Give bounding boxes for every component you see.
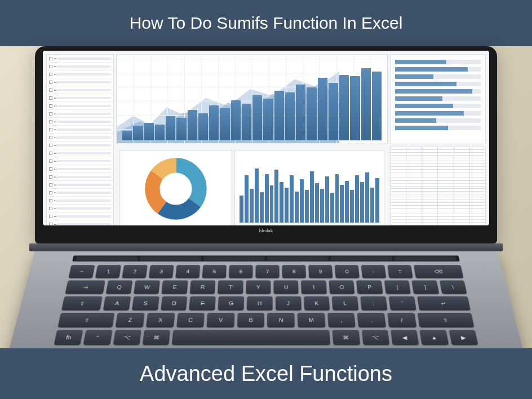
table-cell — [422, 217, 437, 219]
key[interactable]: Z — [116, 313, 145, 327]
key[interactable]: ⌥ — [113, 330, 141, 345]
key[interactable]: 9 — [308, 265, 333, 278]
table-cell — [391, 150, 406, 152]
table-cell — [454, 150, 469, 152]
table-cell — [454, 167, 469, 169]
key[interactable]: S — [132, 296, 159, 311]
table-cell — [406, 175, 422, 178]
key[interactable]: = — [387, 265, 413, 278]
key[interactable]: L — [332, 296, 358, 311]
table-cell — [454, 214, 469, 216]
hbar-row — [395, 66, 481, 72]
key[interactable]: Q — [105, 280, 132, 294]
key[interactable]: D — [161, 296, 188, 311]
list-item: ▪▪ — [47, 165, 113, 173]
bar — [176, 118, 186, 140]
key[interactable]: 4 — [175, 265, 200, 278]
key[interactable]: P — [356, 280, 383, 294]
table-cell — [406, 217, 422, 219]
table-cell — [406, 181, 422, 183]
mini-bar — [280, 182, 283, 223]
key[interactable]: B — [237, 313, 265, 327]
key[interactable]: ↵ — [417, 296, 471, 311]
key[interactable]: F — [189, 296, 216, 311]
key[interactable]: ⌫ — [414, 265, 463, 278]
key[interactable]: H — [247, 296, 273, 311]
key[interactable]: ⌥ — [362, 330, 390, 345]
table-cell — [391, 200, 406, 202]
key[interactable]: ⌃ — [83, 330, 112, 345]
key[interactable]: 7 — [255, 265, 279, 278]
key[interactable]: N — [268, 313, 295, 327]
key[interactable]: W — [134, 280, 160, 294]
key[interactable]: 5 — [202, 265, 227, 278]
key[interactable]: ; — [360, 296, 387, 311]
key[interactable]: E — [162, 280, 188, 294]
table-cell — [470, 164, 485, 166]
key[interactable]: [ — [384, 280, 411, 294]
key[interactable]: Y — [246, 280, 271, 294]
key[interactable]: ~ — [69, 265, 95, 278]
table-cell — [438, 209, 453, 211]
table-cell — [438, 150, 453, 152]
table-cell — [406, 158, 422, 161]
key[interactable]: ⇧ — [417, 313, 474, 327]
key[interactable]: 2 — [122, 265, 147, 278]
key[interactable]: ▶ — [449, 330, 478, 345]
table-cell — [438, 197, 453, 200]
key[interactable]: J — [276, 296, 302, 311]
table-cell — [422, 147, 437, 149]
table-cell — [406, 197, 422, 200]
key[interactable]: 0 — [335, 265, 360, 278]
bar — [198, 113, 208, 140]
key[interactable]: 6 — [229, 265, 253, 278]
bottom-left-group — [116, 147, 388, 225]
key[interactable]: V — [207, 313, 234, 327]
list-item: ▪▪ — [47, 86, 113, 94]
key[interactable]: ▲ — [420, 330, 449, 345]
table-cell — [391, 189, 406, 191]
key[interactable]: ⇥ — [65, 280, 105, 294]
key[interactable]: U — [273, 280, 299, 294]
key[interactable] — [172, 330, 330, 345]
key[interactable]: G — [218, 296, 244, 311]
key[interactable]: / — [387, 313, 416, 327]
key[interactable]: ⇧ — [58, 313, 115, 327]
list-item: ▪▪ — [47, 141, 113, 149]
key[interactable]: ' — [388, 296, 416, 311]
table-cell — [470, 172, 485, 175]
key[interactable]: ⌘ — [143, 330, 171, 345]
table-cell — [454, 209, 469, 211]
bar — [372, 72, 382, 140]
key[interactable]: ] — [411, 280, 438, 294]
key[interactable]: fn — [54, 330, 83, 345]
key[interactable]: , — [327, 313, 356, 327]
key[interactable]: ⌘ — [333, 330, 360, 345]
list-item: ▪▪ — [47, 63, 113, 70]
table-cell — [391, 167, 406, 169]
key[interactable]: I — [301, 280, 326, 294]
table-cell — [454, 192, 469, 194]
key[interactable]: . — [357, 313, 386, 327]
key[interactable]: 8 — [282, 265, 306, 278]
key[interactable]: A — [103, 296, 131, 311]
table-cell — [470, 150, 485, 152]
key[interactable]: R — [190, 280, 216, 294]
key[interactable]: T — [218, 280, 243, 294]
key[interactable]: ⇪ — [61, 296, 103, 311]
key[interactable]: - — [361, 265, 387, 278]
key[interactable]: C — [176, 313, 205, 327]
key[interactable]: 3 — [149, 265, 174, 278]
key[interactable]: K — [304, 296, 330, 311]
key[interactable]: O — [329, 280, 354, 294]
key[interactable]: M — [298, 313, 325, 327]
table-cell — [391, 211, 406, 214]
mini-bar — [295, 192, 299, 223]
key[interactable]: 1 — [95, 265, 121, 278]
table-cell — [438, 164, 453, 166]
key[interactable]: ◀ — [391, 330, 419, 345]
svg-point-6 — [162, 175, 189, 202]
key[interactable]: \ — [439, 280, 467, 294]
list-item: ▪▪ — [47, 78, 113, 86]
key[interactable]: X — [146, 313, 175, 327]
